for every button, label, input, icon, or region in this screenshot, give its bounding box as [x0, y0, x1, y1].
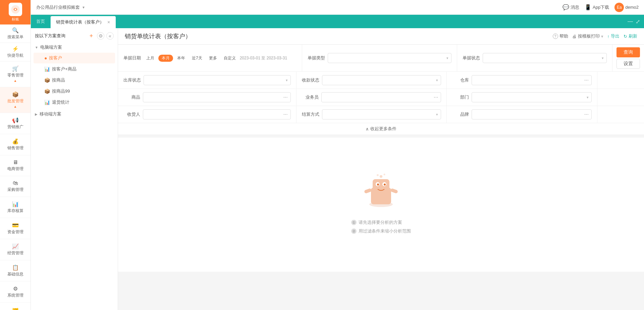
svg-point-13: [384, 174, 385, 175]
warehouse-more-btn[interactable]: ···: [584, 77, 589, 83]
settings-icon: ⚙: [99, 33, 103, 39]
empty-tips: ① 请先选择要分析的方案 ② 用过滤条件来缩小分析范围: [351, 219, 411, 237]
filter-section: 单据日期 上月 本月 本年 近7天 更多 自定义 2023-03-01 至 20…: [118, 45, 644, 135]
doc-type-select[interactable]: ▾: [328, 53, 452, 63]
topbar: 办公用品行业模拟账套 ▾ 💬 消息 📱 App下载 Ea demo2: [31, 0, 644, 15]
settings-scheme-btn[interactable]: ⚙: [97, 32, 104, 40]
tab-sales-stat[interactable]: 销货单统计表（按客户） ×: [51, 16, 116, 28]
top-title-dropdown[interactable]: ▾: [83, 5, 85, 10]
tabbar: 首页 销货单统计表（按客户） × — ⤢: [31, 15, 644, 28]
sidebar-item-purchase[interactable]: 🛍 采购管理: [0, 176, 31, 197]
collapse-up-icon: ∧: [366, 126, 369, 132]
reset-button[interactable]: 设置: [616, 59, 640, 69]
topbar-right: 💬 消息 📱 App下载 Ea demo2: [562, 3, 639, 12]
user-menu[interactable]: Ea demo2: [614, 3, 639, 12]
help-icon: ?: [553, 34, 558, 39]
scheme-item-by-customer-product[interactable]: 📊 按客户+商品: [34, 64, 115, 74]
date-tab-custom[interactable]: 自定义: [221, 55, 238, 62]
receiver-label: 收货人: [123, 111, 140, 117]
search-menu[interactable]: 🔍 搜索菜单: [0, 24, 31, 43]
help-btn[interactable]: ? 帮助: [553, 33, 568, 39]
export-btn[interactable]: ↑ 导出: [607, 33, 620, 39]
quick-nav[interactable]: ⚡ 快捷导航: [0, 43, 31, 61]
avatar: Ea: [614, 3, 624, 12]
sidebar-item-finance[interactable]: 💳 资金管理: [0, 218, 31, 239]
scheme-group-desktop: ▼ 电脑端方案 ● 按客户 📊 按客户+商品 📦 按商品 📦 按商品9: [31, 42, 118, 108]
arrow-right-icon: ▶: [35, 112, 38, 116]
scheme-item-return-stat[interactable]: 📊 退货统计: [34, 97, 115, 108]
empty-illustration: [361, 172, 401, 213]
scheme-group-desktop-header[interactable]: ▼ 电脑端方案: [31, 42, 118, 52]
date-label: 单据日期: [123, 55, 141, 61]
sidebar-item-inventory[interactable]: 📊 库存核算: [0, 197, 31, 218]
sidebar-item-ecommerce[interactable]: 🖥 电商管理: [0, 155, 31, 176]
out-status-arrow-icon: ▾: [286, 78, 288, 83]
product-more-btn[interactable]: ···: [283, 94, 287, 100]
logo-text: 标账: [2, 17, 29, 22]
app-download-icon: 📱: [585, 4, 591, 10]
date-tab-7days[interactable]: 近7天: [189, 55, 205, 62]
topbar-left: 办公用品行业模拟账套 ▾: [36, 4, 85, 10]
settlement-arrow-icon: ▾: [436, 112, 438, 117]
tab-home[interactable]: 首页: [31, 15, 51, 28]
department-select[interactable]: ▾: [472, 92, 592, 102]
date-tab-more[interactable]: 更多: [206, 55, 220, 62]
sidebar-item-wholesale[interactable]: 📦 批发管理 ▲: [0, 87, 31, 113]
scheme-group-mobile-header[interactable]: ▶ 移动端方案: [31, 109, 118, 119]
refresh-btn[interactable]: ↻ 刷新: [624, 33, 637, 39]
scheme-item-by-product99[interactable]: 📦 按商品99: [34, 86, 115, 97]
sidebar-item-operations[interactable]: 📈 经营管理: [0, 239, 31, 260]
tab-close-sales-stat[interactable]: ×: [107, 19, 110, 25]
message-btn[interactable]: 💬 消息: [562, 4, 579, 10]
template-print-btn[interactable]: 🖨 按模板打印 ▾: [572, 33, 603, 39]
doc-status-select[interactable]: ▾: [483, 53, 607, 63]
svg-rect-9: [364, 188, 372, 194]
out-status-select[interactable]: ▾: [144, 75, 291, 85]
page-actions: ? 帮助 🖨 按模板打印 ▾ ↑ 导出 ↻ 刷新: [553, 33, 638, 39]
sidebar-item-enterprise[interactable]: 🤝 企业协同: [0, 303, 31, 310]
doc-type-label: 单据类型: [308, 55, 325, 61]
query-button[interactable]: 查询: [616, 47, 640, 57]
payment-status-label: 收款状态: [302, 77, 319, 83]
left-panel-header: 按以下方案查询 + ⚙ «: [31, 32, 118, 42]
doc-type-arrow-icon: ▾: [446, 56, 448, 60]
out-status-label: 出库状态: [123, 77, 141, 83]
tip-2: ② 用过滤条件来缩小分析范围: [351, 228, 411, 234]
add-scheme-btn[interactable]: +: [88, 32, 95, 40]
warehouse-label: 仓库: [452, 77, 469, 83]
tab-actions: — ⤢: [624, 18, 644, 25]
sidebar-item-sales[interactable]: 💰 销售管理: [0, 134, 31, 155]
collapse-filter-btn[interactable]: ∧ 收起更多条件: [118, 123, 644, 135]
settlement-label: 结算方式: [302, 111, 319, 117]
box-icon: 📦: [44, 78, 50, 83]
payment-status-arrow-icon: ▾: [436, 78, 438, 83]
scheme-item-by-customer[interactable]: ● 按客户: [34, 53, 115, 63]
product-label: 商品: [123, 94, 140, 100]
right-panel: 销货单统计表（按客户） ? 帮助 🖨 按模板打印 ▾ ↑ 导出: [118, 28, 644, 310]
date-tab-this-month[interactable]: 本月: [158, 55, 173, 62]
logo[interactable]: 标账: [0, 0, 31, 24]
salesperson-more-btn[interactable]: ···: [434, 94, 438, 100]
settlement-select[interactable]: ▾: [322, 109, 441, 119]
scheme-item-by-product[interactable]: 📦 按商品: [34, 75, 115, 86]
top-title: 办公用品行业模拟账套: [36, 4, 80, 10]
payment-status-select[interactable]: ▾: [322, 75, 441, 85]
maximize-btn[interactable]: ⤢: [636, 18, 640, 25]
sidebar-item-basic[interactable]: 📋 基础信息: [0, 260, 31, 281]
collapse-panel-btn[interactable]: «: [106, 32, 114, 40]
date-tab-last-month[interactable]: 上月: [144, 55, 157, 62]
sidebar-nav: 🛒 零售管理 ▲ 📦 批发管理 ▲ 📢 营销推广 💰 销售管理 🖥 电商管理 🛍…: [0, 61, 31, 310]
sidebar-item-retail[interactable]: 🛒 零售管理 ▲: [0, 61, 31, 87]
app-download-btn[interactable]: 📱 App下载: [585, 4, 609, 10]
receiver-more-btn[interactable]: ···: [283, 111, 287, 117]
svg-point-7: [377, 184, 379, 186]
sidebar-item-marketing[interactable]: 📢 营销推广: [0, 113, 31, 134]
date-tab-this-year[interactable]: 本年: [174, 55, 188, 62]
minimize-btn[interactable]: —: [628, 18, 633, 24]
svg-point-11: [380, 175, 382, 178]
doc-status-arrow-icon: ▾: [602, 56, 604, 60]
brand-more-btn[interactable]: ···: [584, 111, 589, 117]
left-panel-actions: + ⚙ «: [88, 32, 114, 40]
sidebar-item-system[interactable]: ⚙ 系统管理: [0, 281, 31, 303]
date-range-display: 2023-03-01 至 2023-03-31: [240, 55, 287, 61]
